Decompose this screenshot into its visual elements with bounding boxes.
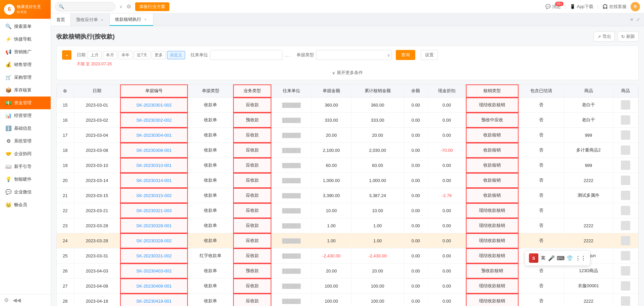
mic-icon[interactable]: 🎤: [548, 255, 555, 261]
settings-icon[interactable]: ⚙: [4, 297, 9, 303]
sidebar-item-基础信息[interactable]: ℹ️基础信息: [0, 122, 51, 135]
bill-no-link[interactable]: SK-20230418-001: [136, 299, 172, 304]
apps-icon[interactable]: ⋮⋮: [575, 255, 586, 261]
shirt-icon[interactable]: 👕: [567, 255, 573, 261]
col-include[interactable]: 包含已结清: [519, 84, 564, 98]
sidebar-item-畅会员[interactable]: 👑畅会员: [0, 198, 51, 211]
sidebar-item-系统管理[interactable]: ⚙系统管理: [0, 135, 51, 147]
date-custom-btn[interactable]: 自定义: [167, 51, 185, 59]
bill-no-link[interactable]: SK-20230403-002: [136, 268, 172, 273]
keyboard-icon[interactable]: ⌨: [557, 255, 565, 261]
bill-no-link[interactable]: SK-20230328-002: [136, 238, 172, 243]
tabbar: 首页预收应付单×收款核销执行×✕⤢: [51, 13, 644, 26]
sidebar-item-销售管理[interactable]: 💰销售管理: [0, 58, 51, 71]
refresh-icon: ↻: [621, 34, 625, 39]
bill-no-link[interactable]: SK-20230308-001: [136, 148, 172, 153]
query-btn[interactable]: 查询: [396, 50, 415, 60]
setting-btn[interactable]: 设置: [421, 50, 438, 60]
goods-thumbnail: [621, 145, 630, 155]
sidebar-item-经营管理[interactable]: 📊经营管理: [0, 109, 51, 122]
bill-no-link[interactable]: SK-20230328-001: [136, 223, 172, 228]
sidebar: 6 畅康道好生意 标准版 🔍搜索菜单⚡快捷导航📢营销推广💰销售管理🛒采购管理📦库…: [0, 0, 51, 306]
date-option-更多[interactable]: 更多: [152, 51, 166, 59]
col-goods[interactable]: 商品: [564, 84, 613, 98]
sidebar-item-企业微信[interactable]: 💬企业微信: [0, 186, 51, 198]
bill-no-link[interactable]: SK-20230302-002: [136, 118, 172, 123]
sidebar-item-企业协同[interactable]: 🤝企业协同: [0, 147, 51, 160]
export-btn[interactable]: ↗ 导出: [594, 32, 615, 42]
app-download-btn[interactable]: 📱 App下载: [570, 4, 593, 10]
date-option-上月[interactable]: 上月: [88, 51, 102, 59]
tab-label: 收款核销执行: [115, 16, 141, 22]
nav-icon: 💰: [5, 62, 11, 68]
col-goods2[interactable]: 商品: [613, 84, 638, 98]
nav-icon: 💬: [5, 189, 11, 195]
bill-no-link[interactable]: SK-20230304-001: [136, 133, 172, 138]
bill-no-link[interactable]: SK-20230408-001: [136, 284, 172, 289]
col-bill_type[interactable]: 单据类型: [188, 84, 233, 98]
date-option-近7天[interactable]: 近7天: [134, 51, 150, 59]
table-row: 212023-03-15SK-20230315-002收款单应收款██████3…: [57, 188, 638, 203]
sidebar-item-资金管理[interactable]: 💵资金管理: [0, 97, 51, 109]
close-tab-icon[interactable]: ✕: [630, 17, 634, 22]
table-row: 282023-04-18SK-20230418-001收款单应收款██████1…: [57, 294, 638, 306]
bill-no-link[interactable]: SK-20230321-003: [136, 208, 172, 213]
tab-收款核销执行[interactable]: 收款核销执行×: [110, 13, 153, 26]
col-date[interactable]: 日期: [74, 84, 120, 98]
col-bill_no[interactable]: 单据编号: [120, 84, 188, 98]
col-cancel_type[interactable]: 核销类型: [466, 84, 519, 98]
unit-input[interactable]: [210, 50, 283, 60]
unit-dots[interactable]: ...: [284, 52, 291, 58]
bill-no-link[interactable]: SK-20230315-002: [136, 193, 172, 198]
type-select[interactable]: [316, 50, 392, 60]
nav-icon: 💵: [5, 100, 11, 106]
sidebar-item-快捷导航[interactable]: ⚡快捷导航: [0, 33, 51, 46]
refresh-btn[interactable]: ↻ 刷新: [618, 32, 639, 42]
industry-btn[interactable]: 体验行业方案: [135, 2, 169, 11]
tab-close-icon[interactable]: ×: [100, 17, 104, 22]
expand-tab-icon[interactable]: ⤢: [636, 17, 640, 22]
col-cumulative[interactable]: 累计核销金额: [351, 84, 404, 98]
user-avatar[interactable]: R: [631, 2, 640, 11]
bill-no-link[interactable]: SK-20230301-002: [136, 103, 172, 108]
col-discount[interactable]: 现金折扣: [428, 84, 466, 98]
goods-thumbnail: [621, 236, 630, 245]
filter-toggle-btn[interactable]: »: [62, 50, 71, 60]
sidebar-item-智能硬件[interactable]: 💡智能硬件: [0, 173, 51, 186]
tab-首页[interactable]: 首页: [51, 13, 71, 26]
tab-预收应付单[interactable]: 预收应付单×: [71, 13, 110, 26]
sidebar-item-搜索菜单[interactable]: 🔍搜索菜单: [0, 20, 51, 33]
col-unit[interactable]: 往来单位: [271, 84, 311, 98]
expand-more-btn[interactable]: ∨ 展开更多条件: [62, 70, 633, 76]
bill-no-link[interactable]: SK-20230314-001: [136, 178, 172, 183]
col-amount[interactable]: 单据金额: [312, 84, 352, 98]
nav-icon: 🔍: [5, 23, 11, 29]
sidebar-item-营销推广[interactable]: 📢营销推广: [0, 46, 51, 58]
sidebar-item-采购管理[interactable]: 🛒采购管理: [0, 71, 51, 84]
col-balance[interactable]: 余额: [404, 84, 428, 98]
gear-icon[interactable]: ⚙: [126, 3, 131, 10]
col-biz_type[interactable]: 业务类型: [233, 84, 271, 98]
topbar-search-box[interactable]: 🔍: [55, 2, 115, 11]
dropdown-arrow-icon[interactable]: ∨: [119, 4, 122, 9]
date-option-本月[interactable]: 本月: [103, 51, 117, 59]
online-service-btn[interactable]: 🎧 在线客服: [602, 4, 627, 10]
table-row: 222023-03-21SK-20230321-003收款单应收款██████1…: [57, 203, 638, 218]
collapse-icon[interactable]: ◀◀: [13, 297, 21, 303]
date-option-本年[interactable]: 本年: [118, 51, 132, 59]
sidebar-footer: ⚙ ◀◀: [0, 294, 51, 306]
tab-close-icon[interactable]: ×: [143, 17, 147, 22]
sidebar-nav: 🔍搜索菜单⚡快捷导航📢营销推广💰销售管理🛒采购管理📦库存核算💵资金管理📊经营管理…: [0, 19, 51, 294]
nav-icon: 👑: [5, 202, 11, 208]
bill-no-link[interactable]: SK-20230331-002: [136, 253, 172, 258]
sidebar-item-新手引导[interactable]: 📖新手引导: [0, 160, 51, 173]
filter-bar: » 日期 上月本月本年近7天更多自定义 往来单位 ... 单据类型 ∨: [56, 46, 639, 80]
col-settings[interactable]: ⚙: [57, 84, 74, 98]
table-row: 182023-03-08SK-20230308-001收款单应收款██████2…: [57, 143, 638, 158]
type-filter-group: 单据类型 ∨: [297, 50, 390, 60]
sidebar-item-库存核算[interactable]: 📦库存核算: [0, 84, 51, 97]
goods-thumbnail: [621, 251, 630, 260]
nav-icon: 🤝: [5, 151, 11, 157]
message-btn[interactable]: 💬 消息 99+: [545, 4, 561, 10]
bill-no-link[interactable]: SK-20230310-001: [136, 163, 172, 168]
